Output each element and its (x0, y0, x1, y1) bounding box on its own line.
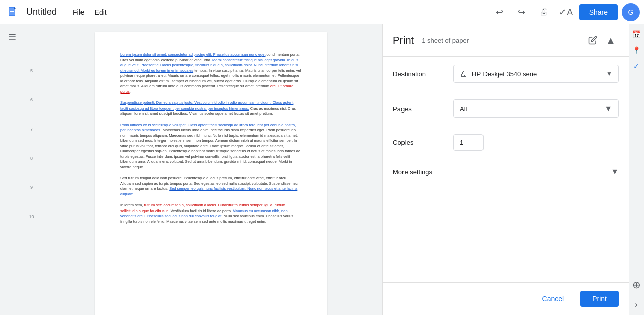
pages-select-text: All (460, 105, 604, 113)
print-button[interactable]: Print (580, 291, 619, 307)
left-ruler: 5 6 7 8 9 10 (24, 24, 39, 315)
print-panel: Print 1 sheet of paper ▲ (382, 24, 629, 315)
toolbar: Untitled File Edit ↩ ↪ 🖨 ✓A Share G (0, 0, 644, 24)
destination-select[interactable]: 🖨 HP Deskjet 3540 serie ▼ (453, 65, 619, 83)
edit-icon-btn[interactable] (585, 32, 601, 48)
share-button[interactable]: Share (579, 4, 618, 20)
destination-value: 🖨 HP Deskjet 3540 serie ▼ (453, 65, 619, 83)
document-page: Lorem ipsum dolor sit amet, consectetur … (95, 32, 327, 315)
tasks-icon[interactable]: ✓ (630, 60, 642, 72)
pages-select[interactable]: All ▼ (453, 99, 619, 118)
chevron-down-icon-btn[interactable]: ▲ (603, 32, 619, 48)
destination-chevron-icon: ▼ (606, 70, 612, 77)
paragraph-4: Sed rutrum feugiat odio non posuere. Pel… (120, 176, 301, 197)
paragraph-1: Lorem ipsum dolor sit amet, consectetur … (120, 52, 301, 94)
copies-value (453, 134, 619, 151)
print-footer: Cancel Print (383, 282, 629, 315)
pages-chevron-icon: ▼ (604, 104, 612, 113)
toolbar-actions: ↩ ↪ 🖨 ✓A Share G (491, 3, 640, 21)
main-content: ☰ 5 6 7 8 9 10 Lorem ipsum dol (0, 24, 644, 315)
spell-check-button[interactable]: ✓A (557, 3, 575, 21)
copies-label: Copies (393, 139, 453, 146)
cancel-button[interactable]: Cancel (532, 291, 575, 307)
menu-bar: File Edit (69, 6, 111, 18)
destination-text: HP Deskjet 3540 serie (472, 70, 602, 78)
ruler-numbers: 5 6 7 8 9 10 (29, 68, 34, 243)
calendar-icon[interactable]: 📅 (630, 28, 642, 40)
copies-row: Copies (393, 126, 619, 159)
print-title: Print (393, 35, 414, 46)
expand-icon[interactable]: › (630, 299, 642, 311)
printer-icon: 🖨 (460, 69, 468, 78)
print-sheet-info: 1 sheet of paper (422, 37, 469, 44)
svg-rect-3 (10, 11, 14, 12)
undo-button[interactable]: ↩ (491, 3, 509, 21)
add-icon[interactable]: ⊕ (630, 279, 642, 291)
paragraph-5: In lorem sem, rutrum sed accumsan a, sol… (120, 203, 301, 224)
more-settings-label: More settings (393, 168, 432, 176)
document-area: Lorem ipsum dolor sit amet, consectetur … (39, 24, 382, 315)
svg-rect-4 (10, 13, 13, 13)
app-logo (4, 3, 22, 21)
maps-icon[interactable]: 📍 (630, 44, 642, 56)
menu-file[interactable]: File (69, 6, 89, 18)
avatar[interactable]: G (622, 3, 640, 21)
pages-row: Pages All ▼ (393, 91, 619, 126)
outline-icon[interactable]: ☰ (3, 28, 21, 46)
print-settings: Destination 🖨 HP Deskjet 3540 serie ▼ Pa… (383, 57, 629, 282)
destination-row: Destination 🖨 HP Deskjet 3540 serie ▼ (393, 57, 619, 91)
svg-rect-2 (10, 10, 14, 10)
paragraph-3: Proin ultrices ex id scelerisque volutpa… (120, 123, 301, 170)
redo-button[interactable]: ↪ (513, 3, 531, 21)
document-title: Untitled (26, 7, 57, 17)
copies-input[interactable] (453, 134, 484, 151)
more-settings-chevron-icon: ▼ (611, 167, 619, 176)
destination-label: Destination (393, 70, 453, 78)
pages-value: All ▼ (453, 99, 619, 118)
pages-label: Pages (393, 105, 453, 113)
print-header: Print 1 sheet of paper ▲ (383, 24, 629, 57)
menu-edit[interactable]: Edit (91, 6, 111, 18)
print-header-icons: ▲ (585, 32, 619, 48)
more-settings-row[interactable]: More settings ▼ (393, 159, 619, 184)
right-edge: 📅 📍 ✓ ⊕ › (629, 24, 644, 315)
doc-left-panel: ☰ (0, 24, 24, 315)
print-button[interactable]: 🖨 (535, 3, 553, 21)
paragraph-2: Suspendisse potenti. Donec a sagittis ju… (120, 100, 301, 117)
